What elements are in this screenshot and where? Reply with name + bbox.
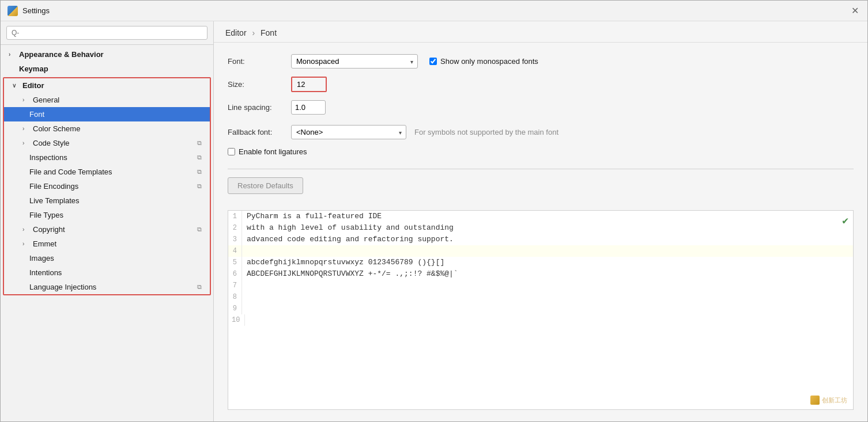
- sidebar-item-label: Font: [29, 110, 202, 119]
- line-spacing-row: Line spacing:: [228, 100, 854, 115]
- app-icon: [7, 6, 18, 16]
- breadcrumb-separator: ›: [252, 28, 257, 37]
- size-input[interactable]: [295, 79, 323, 90]
- line-number: 8: [228, 291, 242, 303]
- watermark-text: 创新工坊: [822, 396, 847, 405]
- fallback-font-row: Fallback font: <None> ▾ For symbols not …: [228, 125, 854, 139]
- sidebar-item-general[interactable]: › General: [4, 93, 210, 107]
- sidebar-item-label: Language Injections: [29, 283, 195, 291]
- ligatures-checkbox[interactable]: [228, 148, 235, 155]
- sidebar-item-keymap[interactable]: Keymap: [1, 62, 213, 76]
- preview-line: 1 PyCharm is a full-featured IDE: [228, 211, 853, 222]
- sidebar-item-label: Keymap: [9, 64, 205, 73]
- search-bar: [1, 21, 213, 45]
- preview-line-highlighted: 4: [228, 245, 853, 257]
- preview-line: 6 ABCDEFGHIJKLMNOPQRSTUVWXYZ +-*/= .,;:!…: [228, 268, 853, 280]
- sidebar-item-label: Code Style: [33, 139, 195, 147]
- watermark-icon: [810, 396, 820, 405]
- line-content: abcdefghijklmnopqrstuvwxyz 0123456789 ()…: [247, 257, 444, 268]
- font-label: Font:: [228, 57, 291, 66]
- expand-arrow-icon: ›: [22, 226, 29, 233]
- sidebar-item-inspections[interactable]: Inspections ⧉: [4, 150, 210, 165]
- show-monospaced-label: Show only monospaced fonts: [440, 57, 538, 66]
- sidebar-item-copyright[interactable]: › Copyright ⧉: [4, 222, 210, 237]
- window-title: Settings: [22, 6, 849, 15]
- watermark: 创新工坊: [810, 396, 847, 405]
- expand-arrow-icon: ›: [22, 241, 29, 247]
- sidebar-item-label: File and Code Templates: [29, 168, 195, 176]
- sidebar-item-language-injections[interactable]: Language Injections ⧉: [4, 280, 210, 294]
- sidebar-item-label: File Types: [29, 211, 202, 219]
- line-number: 9: [228, 303, 242, 314]
- settings-window: Settings ✕ › Appearance & Behavior Keyma…: [0, 0, 868, 422]
- copy-icon: ⧉: [197, 183, 202, 190]
- preview-line: 5 abcdefghijklmnopqrstuvwxyz 0123456789 …: [228, 257, 853, 268]
- sidebar-item-color-scheme[interactable]: › Color Scheme: [4, 121, 210, 136]
- collapse-arrow-icon: ∨: [12, 82, 19, 89]
- sidebar-item-images[interactable]: Images: [4, 251, 210, 265]
- sidebar-item-file-encodings[interactable]: File Encodings ⧉: [4, 179, 210, 193]
- font-row: Font: Monospaced ▾ Show only monospaced …: [228, 54, 854, 69]
- title-bar: Settings ✕: [1, 1, 867, 21]
- sidebar-item-intentions[interactable]: Intentions: [4, 265, 210, 280]
- preview-line: 2 with a high level of usability and out…: [228, 222, 853, 234]
- line-spacing-input[interactable]: [291, 100, 326, 115]
- fallback-select-wrapper: <None> ▾: [291, 125, 406, 139]
- line-spacing-label: Line spacing:: [228, 103, 291, 112]
- line-number: 5: [228, 257, 242, 268]
- preview-line: 8: [228, 291, 853, 303]
- checkmark-icon: ✔: [842, 214, 848, 227]
- sidebar-item-label: Emmet: [33, 239, 202, 248]
- copy-icon: ⧉: [197, 168, 202, 176]
- fallback-hint: For symbols not supported by the main fo…: [414, 128, 558, 136]
- sidebar-item-file-code-templates[interactable]: File and Code Templates ⧉: [4, 165, 210, 179]
- search-input[interactable]: [6, 26, 207, 40]
- ligatures-row: Enable font ligatures: [228, 147, 854, 156]
- sidebar-item-file-types[interactable]: File Types: [4, 208, 210, 222]
- ligatures-label: Enable font ligatures: [239, 147, 307, 156]
- sidebar-item-label: Copyright: [33, 225, 195, 234]
- preview-line: 9: [228, 303, 853, 314]
- sidebar-item-emmet[interactable]: › Emmet: [4, 237, 210, 251]
- show-monospaced-checkbox[interactable]: [429, 58, 437, 65]
- sidebar-item-live-templates[interactable]: Live Templates: [4, 193, 210, 208]
- font-select[interactable]: Monospaced: [291, 54, 418, 69]
- sidebar-item-label: Live Templates: [29, 196, 202, 205]
- preview-line: 10: [228, 314, 853, 326]
- nav-tree: › Appearance & Behavior Keymap ∨ Editor: [1, 45, 213, 421]
- fallback-select[interactable]: <None>: [291, 125, 406, 139]
- fallback-label: Fallback font:: [228, 128, 291, 136]
- close-button[interactable]: ✕: [849, 5, 861, 17]
- line-content: with a high level of usability and outst…: [247, 222, 454, 234]
- expand-arrow-icon: ›: [22, 97, 29, 103]
- right-panel: Editor › Font Font: Monospaced ▾: [214, 21, 867, 421]
- size-input-box: [291, 77, 327, 92]
- line-content: ABCDEFGHIJKLMNOPQRSTUVWXYZ +-*/= .,;:!? …: [247, 268, 458, 280]
- restore-defaults-button[interactable]: Restore Defaults: [228, 177, 303, 194]
- sidebar-item-label: Images: [29, 254, 202, 263]
- copy-icon: ⧉: [197, 154, 202, 161]
- editor-section-box: ∨ Editor › General Font: [3, 77, 211, 295]
- line-number: 3: [228, 234, 242, 245]
- line-number: 7: [228, 280, 242, 291]
- line-number: 1: [228, 211, 242, 222]
- sidebar-item-label: File Encodings: [29, 182, 195, 191]
- size-row: Size:: [228, 77, 854, 92]
- expand-arrow-icon: ›: [9, 51, 16, 58]
- sidebar-item-editor[interactable]: ∨ Editor: [4, 78, 210, 93]
- font-select-wrapper: Monospaced ▾: [291, 54, 418, 69]
- copy-icon: ⧉: [197, 226, 202, 233]
- sidebar-item-label: Editor: [22, 81, 202, 90]
- expand-arrow-icon: ›: [22, 126, 29, 132]
- sidebar-item-font[interactable]: Font: [4, 107, 210, 121]
- line-content: advanced code editing and refactoring su…: [247, 234, 454, 245]
- line-number: 6: [228, 268, 242, 280]
- sidebar-item-label: Color Scheme: [33, 124, 202, 133]
- line-number: 2: [228, 222, 242, 234]
- copy-icon: ⧉: [197, 139, 202, 147]
- sidebar-item-appearance[interactable]: › Appearance & Behavior: [1, 47, 213, 62]
- divider: [228, 169, 854, 169]
- sidebar-item-code-style[interactable]: › Code Style ⧉: [4, 136, 210, 150]
- preview-area: 1 PyCharm is a full-featured IDE 2 with …: [228, 210, 854, 410]
- main-content: › Appearance & Behavior Keymap ∨ Editor: [1, 21, 867, 421]
